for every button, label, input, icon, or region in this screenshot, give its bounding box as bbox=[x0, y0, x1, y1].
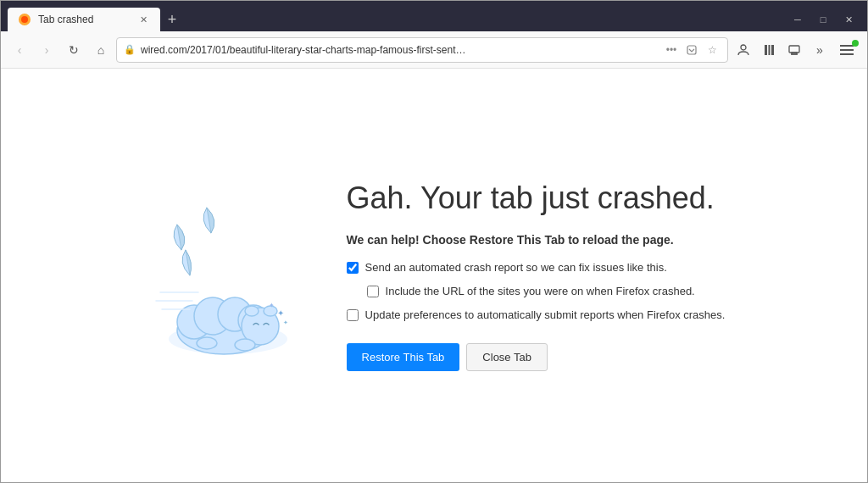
browser-window: Tab crashed ✕ + ─ □ ✕ ‹ › ↻ ⌂ 🔒 wired.co… bbox=[0, 0, 868, 483]
svg-rect-6 bbox=[771, 45, 774, 55]
library-icon[interactable] bbox=[757, 38, 781, 62]
content-area: ✦ ✦ ✦ bbox=[1, 69, 867, 482]
refresh-button[interactable]: ↻ bbox=[62, 38, 86, 62]
close-button[interactable]: ✕ bbox=[837, 11, 860, 28]
send-report-checkbox[interactable] bbox=[347, 262, 359, 274]
window-controls: ─ □ ✕ bbox=[786, 11, 860, 28]
svg-point-26 bbox=[235, 339, 255, 351]
address-bar-container: 🔒 wired.com/2017/01/beautiful-literary-s… bbox=[116, 37, 728, 63]
svg-rect-7 bbox=[789, 46, 799, 53]
auto-submit-label[interactable]: Update preferences to automatically subm… bbox=[365, 308, 726, 323]
maximize-button[interactable]: □ bbox=[811, 11, 835, 28]
tab-title: Tab crashed bbox=[38, 14, 130, 25]
action-buttons: Restore This Tab Close Tab bbox=[347, 343, 726, 371]
hamburger-menu-button[interactable] bbox=[833, 38, 860, 62]
send-report-label[interactable]: Send an automated crash report so we can… bbox=[365, 260, 667, 275]
forward-button[interactable]: › bbox=[35, 38, 58, 62]
nav-right-actions: » bbox=[732, 38, 860, 62]
address-bar[interactable]: wired.com/2017/01/beautiful-literary-sta… bbox=[141, 44, 658, 56]
account-icon[interactable] bbox=[732, 38, 755, 62]
person-icon bbox=[737, 43, 750, 57]
nav-bar: ‹ › ↻ ⌂ 🔒 wired.com/2017/01/beautiful-li… bbox=[1, 31, 867, 69]
more-tools-button[interactable]: » bbox=[808, 38, 832, 62]
bookmark-list-icon bbox=[762, 43, 776, 57]
tab-close-btn[interactable]: ✕ bbox=[136, 13, 150, 26]
svg-text:✦: ✦ bbox=[277, 308, 284, 318]
include-url-checkbox[interactable] bbox=[367, 286, 379, 297]
auto-submit-checkbox-item: Update preferences to automatically subm… bbox=[347, 308, 726, 323]
tab-favicon-icon bbox=[18, 13, 31, 26]
include-url-label[interactable]: Include the URL of the sites you were on… bbox=[386, 284, 695, 299]
crashed-fox-illustration: ✦ ✦ ✦ bbox=[143, 182, 313, 369]
svg-point-17 bbox=[245, 306, 259, 316]
send-report-checkbox-item: Send an automated crash report so we can… bbox=[347, 260, 726, 275]
svg-point-25 bbox=[197, 337, 217, 349]
bookmark-star-icon[interactable]: ☆ bbox=[704, 42, 721, 58]
crash-subtitle: We can help! Choose Restore This Tab to … bbox=[347, 233, 726, 247]
svg-rect-4 bbox=[765, 45, 767, 55]
crash-title: Gah. Your tab just crashed. bbox=[347, 180, 726, 216]
crash-illustration: ✦ ✦ ✦ bbox=[143, 182, 313, 369]
sync-icon[interactable] bbox=[782, 38, 806, 62]
svg-rect-2 bbox=[687, 46, 696, 54]
more-options-button[interactable]: ••• bbox=[663, 42, 680, 58]
svg-point-1 bbox=[21, 16, 28, 23]
hamburger-icon bbox=[840, 45, 854, 55]
svg-text:✦: ✦ bbox=[269, 302, 275, 309]
title-bar: Tab crashed ✕ + ─ □ ✕ bbox=[1, 1, 867, 31]
auto-submit-checkbox[interactable] bbox=[347, 309, 359, 321]
back-button[interactable]: ‹ bbox=[8, 38, 31, 62]
home-button[interactable]: ⌂ bbox=[89, 38, 113, 62]
pocket-icon[interactable] bbox=[683, 42, 700, 58]
svg-rect-5 bbox=[769, 45, 771, 55]
svg-point-3 bbox=[741, 45, 746, 50]
include-url-checkbox-item: Include the URL of the sites you were on… bbox=[367, 284, 726, 299]
new-tab-button[interactable]: + bbox=[160, 8, 184, 31]
address-actions: ••• ☆ bbox=[663, 42, 721, 58]
checkbox-group: Send an automated crash report so we can… bbox=[347, 260, 726, 324]
pocket-save-icon bbox=[686, 44, 698, 56]
active-tab[interactable]: Tab crashed ✕ bbox=[8, 8, 160, 31]
sync-tabs-icon bbox=[787, 43, 801, 57]
close-tab-button[interactable]: Close Tab bbox=[466, 343, 548, 371]
crash-page-container: ✦ ✦ ✦ bbox=[126, 163, 743, 389]
lock-icon: 🔒 bbox=[124, 44, 136, 55]
restore-tab-button[interactable]: Restore This Tab bbox=[347, 343, 460, 371]
crash-text-content: Gah. Your tab just crashed. We can help!… bbox=[347, 180, 726, 372]
svg-text:✦: ✦ bbox=[283, 319, 288, 325]
update-dot bbox=[852, 40, 859, 47]
minimize-button[interactable]: ─ bbox=[786, 11, 810, 28]
